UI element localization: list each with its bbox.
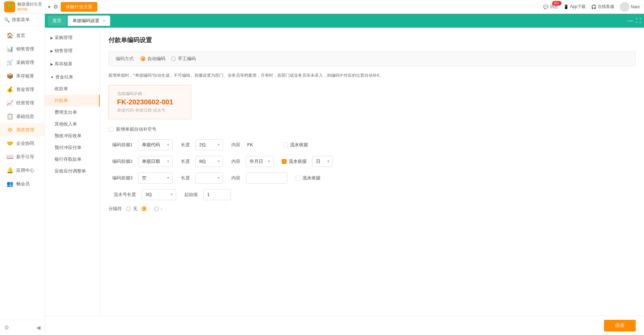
sep-none-label: 无: [133, 206, 137, 212]
app-download-btn[interactable]: 📱 App下载: [564, 4, 586, 10]
user-area[interactable]: Nare: [620, 2, 640, 12]
sidebar-item-apps[interactable]: 🔔 应用中心: [0, 164, 45, 177]
sep-dot-dot: [142, 206, 146, 211]
prefix3-select[interactable]: 空: [138, 173, 173, 184]
sub-item-label: 银行存取款单: [55, 157, 81, 162]
example-structure: 单据代码-单据日期-流水号: [117, 108, 183, 113]
example-code: FK-20230602-001: [117, 98, 183, 106]
tab-home[interactable]: 首页: [48, 16, 66, 26]
guide-icon: 📖: [7, 153, 13, 160]
radio-auto[interactable]: 自动编码: [141, 56, 165, 62]
serial2-unit-select[interactable]: 日: [312, 156, 333, 167]
brand-name: 畅捷通好生意: [17, 2, 42, 7]
sub-group-inventory-title[interactable]: ▶ 库存核算: [45, 58, 100, 70]
sub-item-expense[interactable]: 费用支出单: [45, 106, 100, 118]
content1-value: FK: [247, 142, 275, 147]
sidebar-item-label: 采购管理: [16, 59, 34, 66]
serial2-checkbox[interactable]: ✓: [282, 159, 287, 164]
sep-dash-option[interactable]: -: [154, 206, 162, 211]
sidebar-item-system[interactable]: ⚙ 系统管理: [0, 123, 45, 137]
tab-settings[interactable]: 单据编码设置 ×: [68, 16, 110, 26]
industry-btn[interactable]: 体验行业方案: [61, 2, 97, 12]
sidebar-item-home[interactable]: 🏠 首页: [0, 29, 45, 42]
page-title: 付款单编码设置: [108, 36, 636, 44]
save-button[interactable]: 保存: [604, 320, 636, 332]
sidebar-nav: 🏠 首页 📊 销售管理 🛒 采购管理 📦 库存核算 💰 资金管理 📈 经: [0, 26, 45, 320]
apps-icon: 🔔: [7, 167, 13, 174]
prefix2-row: 编码前缀2 单据日期 ▼ 长度 8位 ▼ 内容: [108, 156, 636, 167]
chevron-down-icon: ▼: [50, 75, 54, 79]
brand-text: 畅捷通好生意 插件版: [17, 2, 42, 12]
sub-item-advance-payment[interactable]: 预付冲应付单: [45, 142, 100, 153]
auto-fill-row: 新增单据自动补空号: [108, 126, 636, 132]
sidebar-bottom: ⚙ ◀: [0, 320, 45, 335]
sidebar-collapse-btn[interactable]: ◀: [36, 324, 40, 331]
serial3-checkbox[interactable]: [296, 176, 300, 180]
content3-input[interactable]: [246, 173, 287, 184]
prefix2-label: 编码前缀2: [108, 158, 133, 165]
start-val-input[interactable]: [203, 189, 231, 200]
tab-minimize-btn[interactable]: —: [627, 18, 633, 24]
sub-group-label: 采购管理: [55, 35, 73, 41]
length1-select[interactable]: 2位: [195, 139, 223, 150]
serial-len-label: 流水号长度: [108, 192, 136, 198]
members-icon: 👥: [7, 180, 13, 187]
settings-btn[interactable]: ⚙: [53, 3, 58, 10]
content2-select[interactable]: 年月日: [246, 156, 273, 167]
sub-item-payment[interactable]: 付款单: [45, 95, 100, 106]
sub-item-label: 费用支出单: [55, 110, 77, 115]
top-bar: 🍀 畅捷通好生意 插件版 ▾ ⚙ 体验行业方案 💬 消息 99+ 📱 App下载…: [0, 0, 644, 14]
sub-group-purchase-title[interactable]: ▶ 采购管理: [45, 32, 100, 44]
separator-row: 分隔符 无 · -: [108, 206, 636, 212]
sidebar-item-label: 企业协同: [16, 140, 34, 147]
sidebar-item-guide[interactable]: 📖 新手引导: [0, 150, 45, 164]
sidebar-item-management[interactable]: 📈 经营管理: [0, 96, 45, 110]
user-name: Nare: [631, 4, 640, 9]
prefix2-select[interactable]: 单据日期: [138, 156, 173, 167]
sidebar-item-label: 经营管理: [16, 100, 34, 106]
sub-group-label: 库存核算: [55, 61, 73, 67]
length3-select[interactable]: [195, 173, 223, 184]
sub-group-finance-title[interactable]: ▼ 资金往来: [45, 71, 100, 83]
encoding-method-row: 编码方式 自动编码 手工编码: [108, 51, 636, 66]
sidebar-item-finance[interactable]: 💰 资金管理: [0, 83, 45, 96]
sub-item-receipt[interactable]: 收款单: [45, 83, 100, 95]
sep-none-option[interactable]: 无: [126, 206, 137, 212]
chevron-right-icon: ▶: [50, 49, 53, 53]
brand-sub: 插件版: [17, 7, 42, 12]
sub-group-label: 资金往来: [55, 74, 73, 80]
messages-btn[interactable]: 💬 消息 99+: [543, 4, 558, 10]
radio-manual[interactable]: 手工编码: [171, 56, 196, 62]
sidebar-item-collab[interactable]: 🤝 企业协同: [0, 137, 45, 150]
sub-item-advance-receipt[interactable]: 预收冲应收单: [45, 130, 100, 142]
sep-dot-option[interactable]: ·: [142, 206, 150, 211]
top-bar-right: 💬 消息 99+ 📱 App下载 🎧 在线客服 Nare: [543, 2, 640, 12]
tab-maximize-btn[interactable]: ⛶: [636, 18, 641, 24]
sidebar-item-basic[interactable]: 📋 基础信息: [0, 110, 45, 123]
chevron-right-icon: ▶: [50, 62, 53, 66]
sub-item-other-income[interactable]: 其他收入单: [45, 118, 100, 130]
expand-btn[interactable]: ▾: [48, 4, 50, 10]
sub-item-adjust[interactable]: 应收应付调整单: [45, 165, 100, 177]
sidebar-item-sales[interactable]: 📊 销售管理: [0, 42, 45, 56]
radio-manual-dot: [171, 56, 176, 61]
search-menu[interactable]: 🔍 搜索菜单: [0, 14, 45, 26]
auto-fill-checkbox[interactable]: [108, 127, 113, 132]
online-service-btn[interactable]: 🎧 在线客服: [591, 4, 614, 10]
sub-item-bank[interactable]: 银行存取款单: [45, 153, 100, 165]
sidebar-item-purchase[interactable]: 🛒 采购管理: [0, 56, 45, 69]
radio-group: 自动编码 手工编码: [141, 56, 196, 62]
serial-len-select[interactable]: 3位: [142, 189, 176, 200]
sidebar-item-members[interactable]: 👥 畅会员: [0, 177, 45, 190]
info-text: 新增单据时，*单据编码*自动生成，不可编辑。前缀设置为部门、业务员等档案类，开单…: [108, 72, 636, 80]
tab-close-icon[interactable]: ×: [103, 18, 105, 23]
length2-select[interactable]: 8位: [195, 156, 223, 167]
serial-row: 流水号长度 3位 ▼ 起始值: [108, 189, 636, 200]
prefix1-select[interactable]: 单据代码: [138, 139, 173, 150]
sidebar-settings-btn[interactable]: ⚙: [4, 324, 9, 331]
prefix1-label: 编码前缀1: [108, 142, 133, 148]
prefix3-label: 编码前缀3: [108, 175, 133, 181]
sidebar-item-inventory[interactable]: 📦 库存核算: [0, 69, 45, 83]
serial1-checkbox[interactable]: [283, 142, 288, 147]
sub-group-sales-title[interactable]: ▶ 销售管理: [45, 45, 100, 57]
